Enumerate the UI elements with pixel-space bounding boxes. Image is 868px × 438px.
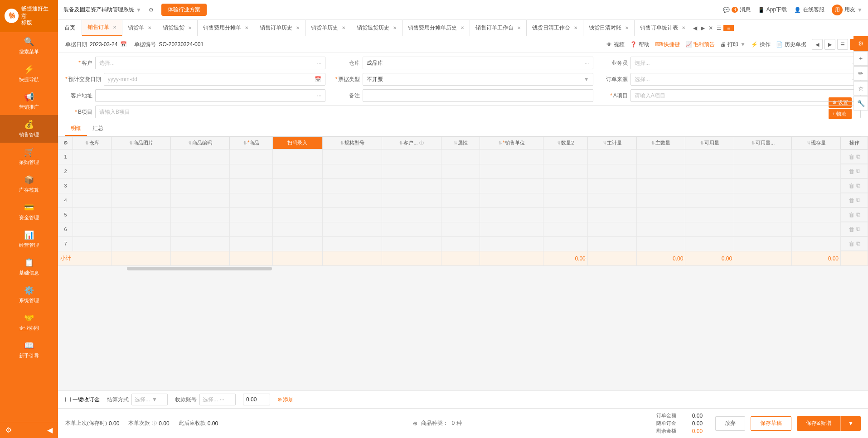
col-attribute[interactable]: ⇅属性	[441, 137, 480, 149]
row-copy-icon[interactable]: ⧉	[856, 197, 860, 204]
tab-summary[interactable]: 汇总	[87, 122, 109, 136]
tab-close-daily-clear-workbench[interactable]: ✕	[574, 25, 577, 30]
row-copy-icon[interactable]: ⧉	[856, 182, 860, 189]
row-copy-icon[interactable]: ⧉	[856, 153, 860, 160]
row-copy-icon[interactable]: ⧉	[856, 240, 860, 247]
order-source-input[interactable]: 选择... ···	[630, 73, 861, 86]
tab-fee-split[interactable]: 销售费用分摊单 ✕	[198, 20, 254, 36]
warehouse-input[interactable]: 成品库 ···	[363, 57, 593, 69]
tool-list-view[interactable]: ☰	[837, 39, 848, 50]
one-click-input[interactable]	[65, 397, 71, 402]
tab-sales-refund[interactable]: 销货退货 ✕	[157, 20, 198, 36]
tab-refund-history[interactable]: 销货退货历史 ✕	[351, 20, 402, 36]
account-select[interactable]: 选择... ···	[199, 394, 236, 405]
tab-nav-close-all[interactable]: ✕	[707, 25, 715, 31]
col-available[interactable]: ⇅可用量	[685, 137, 734, 149]
industry-btn[interactable]: 体验行业方案	[161, 4, 207, 16]
settings-bottom-icon[interactable]: ⚙	[5, 426, 12, 434]
sidebar-item-finance[interactable]: 💳 资金管理	[0, 198, 58, 226]
profit-btn[interactable]: 📈 毛利预告	[685, 41, 715, 48]
salesman-input[interactable]: 选择... ···	[630, 57, 861, 69]
tab-close-refund-history[interactable]: ✕	[393, 25, 397, 30]
sidebar-item-system[interactable]: ⚙️ 系统管理	[0, 281, 58, 308]
add-btn[interactable]: ⊕ 添加	[277, 396, 294, 404]
tab-daily-clear-account[interactable]: 钱货日清对账 ✕	[583, 20, 635, 36]
col-sales-unit[interactable]: ⇅*销售单位	[480, 137, 543, 149]
tab-close-sales-refund[interactable]: ✕	[188, 25, 192, 30]
account-more-icon[interactable]: ···	[220, 396, 224, 403]
tab-sales-stats[interactable]: 销售订单统计表 ✕	[635, 20, 691, 36]
row-copy-icon[interactable]: ⧉	[856, 226, 860, 233]
tab-close-fee-split[interactable]: ✕	[245, 25, 248, 30]
tab-close-fee-history[interactable]: ✕	[461, 25, 464, 30]
a-project-input[interactable]: 请输入A项目	[630, 89, 861, 102]
rs-icon-settings[interactable]: ⚙	[853, 36, 868, 51]
tab-home[interactable]: 首页	[58, 20, 82, 36]
customer-address-input[interactable]: ···	[95, 89, 325, 102]
row-delete-icon[interactable]: 🗑	[849, 183, 854, 189]
customer-input[interactable]: 选择... ···	[95, 57, 325, 69]
row-copy-icon[interactable]: ⧉	[856, 168, 860, 175]
tool-nav-prev[interactable]: ◀	[812, 39, 823, 50]
row-delete-icon[interactable]: 🗑	[849, 212, 854, 218]
warehouse-more-icon[interactable]: ···	[585, 60, 589, 66]
tab-order-history[interactable]: 销售订单历史 ✕	[254, 20, 305, 36]
view-btn[interactable]: 👁 视频	[606, 41, 625, 48]
shortcut-btn[interactable]: ⌨ 快捷键	[655, 41, 680, 48]
save-new-dropdown[interactable]: ▼	[840, 416, 861, 431]
sidebar-item-quick[interactable]: ⚡ 快捷导航	[0, 60, 58, 87]
row-delete-icon[interactable]: 🗑	[849, 226, 854, 233]
col-spec[interactable]: ⇅规格型号	[322, 137, 382, 149]
collapse-icon[interactable]: ◀	[47, 426, 53, 434]
tab-detail[interactable]: 明细	[65, 122, 87, 136]
sidebar-item-enterprise[interactable]: 🤝 企业协同	[0, 308, 58, 336]
footer-amount[interactable]: 0.00	[243, 394, 270, 405]
sidebar-item-marketing[interactable]: 📢 营销推广	[0, 87, 58, 115]
tab-fee-history[interactable]: 销售费用分摊单历史 ✕	[402, 20, 470, 36]
row-delete-icon[interactable]: 🗑	[849, 168, 854, 175]
col-scan[interactable]: 扫码录入	[273, 137, 323, 149]
rs-icon-tools[interactable]: 🔧	[853, 96, 868, 111]
col-product[interactable]: ⇅*商品	[230, 137, 273, 149]
row-delete-icon[interactable]: 🗑	[849, 241, 854, 247]
customer-address-more-icon[interactable]: ···	[317, 92, 321, 99]
table-scrollbar[interactable]	[58, 266, 868, 271]
sidebar-item-purchase[interactable]: 🛒 采购管理	[0, 143, 58, 170]
save-new-button[interactable]: 保存&新增	[797, 416, 840, 431]
user-menu[interactable]: 用 用友 ▼	[832, 5, 863, 15]
sidebar-item-sales[interactable]: 💰 销售管理	[0, 115, 58, 143]
tab-close-order-workbench[interactable]: ✕	[517, 25, 521, 30]
col-qty2[interactable]: ⇅数量2	[543, 137, 588, 149]
scrollbar-thumb[interactable]	[127, 267, 272, 270]
col-warehouse[interactable]: ⇅仓库	[73, 137, 112, 149]
tab-order-workbench[interactable]: 销售订单工作台 ✕	[470, 20, 527, 36]
b-project-input[interactable]: 请输入B项目	[95, 106, 861, 118]
customer-more-icon[interactable]: ···	[317, 60, 321, 66]
tab-menu-icon[interactable]: ☰	[715, 25, 723, 31]
payment-method-select[interactable]: 选择... ▼	[131, 394, 168, 405]
sidebar-item-basic[interactable]: 📋 基础信息	[0, 253, 58, 281]
sidebar-item-operation[interactable]: 📊 经营管理	[0, 226, 58, 253]
tab-return-history[interactable]: 销货单历史 ✕	[305, 20, 351, 36]
history-btn[interactable]: 📄 历史单据	[776, 41, 806, 48]
col-settings[interactable]: ⚙	[58, 137, 73, 149]
topbar-settings-icon[interactable]: ⚙	[145, 4, 158, 16]
online-service-btn[interactable]: 👤 在线客服	[794, 6, 824, 14]
save-draft-button[interactable]: 保存草稿	[751, 416, 791, 431]
remark-input[interactable]	[363, 89, 593, 102]
tab-close-return-history[interactable]: ✕	[342, 25, 345, 30]
invoice-type-select[interactable]: 不开票 ▼	[363, 73, 593, 86]
tab-sales-order[interactable]: 销售订单 ✕	[82, 20, 122, 36]
rs-icon-add[interactable]: +	[853, 51, 868, 66]
tab-nav-next[interactable]: ▶	[699, 25, 707, 31]
tab-close-daily-clear-account[interactable]: ✕	[625, 25, 629, 30]
row-delete-icon[interactable]: 🗑	[849, 197, 854, 204]
col-product-image[interactable]: ⇅商品图片	[112, 137, 171, 149]
tab-close-order-history[interactable]: ✕	[296, 25, 300, 30]
operations-btn[interactable]: ⚡ 操作	[751, 41, 771, 48]
app-download-btn[interactable]: 📱 App下载	[758, 6, 787, 14]
discard-button[interactable]: 放弃	[715, 416, 745, 431]
col-product-code[interactable]: ⇅商品编码	[170, 137, 230, 149]
tab-daily-clear-workbench[interactable]: 钱货日清工作台 ✕	[527, 20, 583, 36]
tab-more-icon[interactable]: ≡	[723, 25, 734, 31]
